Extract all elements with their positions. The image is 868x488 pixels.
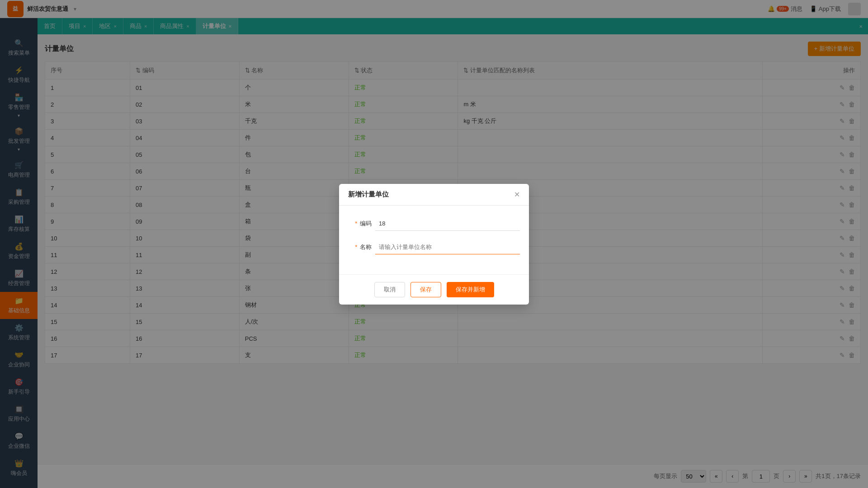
modal-footer: 取消 保存 保存并新增	[339, 274, 529, 305]
code-label: * 编码	[348, 220, 375, 228]
modal-header: 新增计量单位 ✕	[339, 184, 529, 206]
save-and-new-button[interactable]: 保存并新增	[447, 282, 494, 297]
modal-close-icon[interactable]: ✕	[514, 190, 520, 199]
name-input[interactable]	[375, 240, 520, 254]
modal-title: 新增计量单位	[348, 190, 389, 199]
name-label: * 名称	[348, 243, 375, 251]
code-input[interactable]	[375, 216, 520, 231]
form-row-code: * 编码	[348, 216, 520, 231]
add-unit-modal: 新增计量单位 ✕ * 编码 * 名称 取消 保存 保存并新增	[339, 184, 529, 305]
form-row-name: * 名称	[348, 240, 520, 254]
required-star-name: *	[355, 244, 357, 250]
save-button[interactable]: 保存	[410, 282, 441, 297]
required-star-code: *	[355, 220, 357, 227]
cancel-button[interactable]: 取消	[374, 282, 405, 297]
modal-body: * 编码 * 名称	[339, 206, 529, 274]
modal-overlay: 新增计量单位 ✕ * 编码 * 名称 取消 保存 保存并新增	[0, 0, 868, 488]
